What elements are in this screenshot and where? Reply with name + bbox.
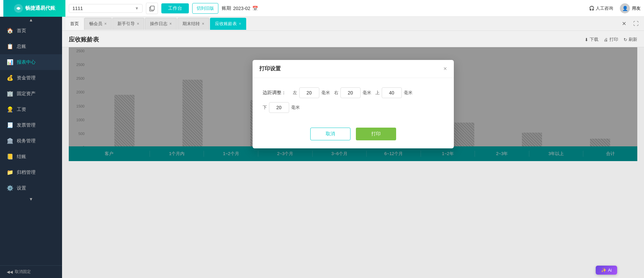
- margin-left-input[interactable]: [299, 87, 319, 98]
- workbench-button[interactable]: 工作台: [161, 3, 189, 13]
- avatar: 👤: [620, 3, 630, 13]
- user-area[interactable]: 👤 用友: [620, 3, 641, 13]
- sidebar-item-salary[interactable]: 👷 工资: [0, 101, 62, 117]
- sidebar-item-label: 首页: [17, 28, 26, 34]
- sidebar-item-closing[interactable]: 📒 结账: [0, 149, 62, 164]
- company-selector[interactable]: 1111 ▼: [69, 4, 143, 13]
- margin-left-group: 左 毫米: [293, 87, 330, 98]
- salary-icon: 👷: [7, 106, 13, 113]
- copy-icon: [149, 5, 155, 11]
- sidebar-scroll-down[interactable]: ▼: [0, 196, 62, 202]
- chart-icon: 📊: [7, 59, 13, 65]
- sidebar-item-reports[interactable]: 📊 报表中心: [0, 54, 62, 70]
- sidebar-item-label: 归档管理: [17, 169, 36, 176]
- tab-member-close[interactable]: ×: [104, 21, 107, 26]
- chart-area: 2500 2500 2500 2000 1500 1000 500 0: [69, 47, 637, 161]
- consult-button[interactable]: 🎧 人工咨询: [589, 5, 613, 11]
- margin-top-group: 上 毫米: [375, 87, 413, 98]
- logo-text: 畅捷通易代账: [25, 5, 55, 11]
- content-area: 首页 畅会员 × 新手引导 × 操作日志 × 期末结转 × 应收账龄表 ×: [62, 17, 644, 278]
- tab-aging-close[interactable]: ×: [239, 21, 241, 26]
- sidebar-item-assets[interactable]: 🏢 固定资产: [0, 86, 62, 101]
- tab-closing-label: 期末结转: [182, 21, 200, 27]
- margin-bottom-unit: 毫米: [291, 105, 300, 111]
- settings-icon: ⚙️: [7, 185, 13, 191]
- margin-top-label: 上: [375, 90, 380, 96]
- download-button[interactable]: ⬇ 下载: [585, 37, 598, 43]
- tab-expand-button[interactable]: ⛶: [631, 19, 641, 28]
- margin-label: 边距调整：: [263, 90, 286, 96]
- print-confirm-button[interactable]: 打印: [356, 128, 396, 140]
- margin-left-label: 左: [293, 90, 297, 96]
- tab-closing-close[interactable]: ×: [202, 21, 204, 26]
- collapse-label: 取消固定: [15, 269, 31, 275]
- page-actions: ⬇ 下载 🖨 打印 ↻ 刷新: [585, 37, 637, 43]
- tab-oplog[interactable]: 操作日志 ×: [145, 18, 177, 30]
- sidebar-item-ledger[interactable]: 📋 总账: [0, 39, 62, 54]
- download-label: 下载: [590, 37, 598, 43]
- modal-title: 打印设置: [259, 65, 281, 72]
- sidebar-item-label: 资金管理: [17, 75, 36, 81]
- tab-guide-label: 新手引导: [117, 21, 135, 27]
- period-label: 账期: [222, 5, 231, 11]
- period-value: 2023-02: [233, 6, 250, 11]
- margin-top-input[interactable]: [382, 87, 402, 98]
- home-icon: 🏠: [7, 27, 13, 34]
- sidebar-item-archive[interactable]: 📁 归档管理: [0, 164, 62, 180]
- print-label: 打印: [609, 37, 618, 43]
- refresh-button[interactable]: ↻ 刷新: [624, 37, 637, 43]
- modal-header: 打印设置 ×: [253, 60, 454, 78]
- refresh-label: 刷新: [629, 37, 637, 43]
- download-icon: ⬇: [585, 37, 588, 42]
- sidebar-item-label: 结账: [17, 154, 26, 160]
- logo-area: 畅捷通易代账: [3, 0, 65, 17]
- assets-icon: 🏢: [7, 90, 13, 97]
- sidebar-item-home[interactable]: 🏠 首页: [0, 23, 62, 39]
- sidebar-item-label: 税务管理: [17, 138, 36, 144]
- tab-aging[interactable]: 应收账龄表 ×: [210, 18, 246, 30]
- sidebar-scroll-up[interactable]: ▲: [0, 17, 62, 23]
- sidebar-item-invoice[interactable]: 🧾 发票管理: [0, 117, 62, 133]
- margin-row: 边距调整： 左 毫米 右 毫米: [263, 87, 444, 113]
- tab-closing[interactable]: 期末结转 ×: [177, 18, 209, 30]
- modal-close-button[interactable]: ×: [443, 65, 447, 72]
- margin-right-group: 右 毫米: [334, 87, 371, 98]
- calendar-icon[interactable]: 📅: [252, 6, 258, 11]
- margin-top-unit: 毫米: [404, 90, 413, 96]
- tab-guide[interactable]: 新手引导 ×: [112, 18, 144, 30]
- sidebar-item-funds[interactable]: 💰 资金管理: [0, 70, 62, 86]
- sidebar: ▲ 🏠 首页 📋 总账 📊 报表中心 💰 资金管理 🏢 固定资产 👷 工资 🧾 …: [0, 17, 62, 278]
- ai-label: Ai: [608, 268, 612, 273]
- tab-close-window-button[interactable]: ✕: [619, 19, 629, 28]
- closing-icon: 📒: [7, 153, 13, 160]
- margin-bottom-input[interactable]: [269, 102, 289, 113]
- tab-guide-close[interactable]: ×: [137, 21, 139, 26]
- margin-bottom-label: 下: [263, 105, 267, 111]
- tab-home[interactable]: 首页: [65, 18, 84, 30]
- margin-right-input[interactable]: [340, 87, 361, 98]
- copy-button[interactable]: [146, 3, 158, 14]
- sidebar-collapse-button[interactable]: ◀◀ 取消固定: [0, 265, 62, 278]
- sidebar-item-tax[interactable]: 🏛️ 税务管理: [0, 133, 62, 149]
- refresh-icon: ↻: [624, 37, 627, 42]
- pin-left-icon: ◀◀: [7, 270, 13, 274]
- sidebar-item-settings[interactable]: ⚙️ 设置: [0, 180, 62, 196]
- margin-bottom-group: 下 毫米: [263, 102, 300, 113]
- margin-left-unit: 毫米: [321, 90, 330, 96]
- ledger-icon: 📋: [7, 43, 13, 50]
- switch-old-button[interactable]: 切到旧版: [192, 3, 218, 14]
- sidebar-item-label: 总账: [17, 44, 26, 50]
- modal-overlay: 打印设置 × 边距调整： 左 毫米: [69, 47, 637, 161]
- tab-member[interactable]: 畅会员 ×: [84, 18, 112, 30]
- margin-right-unit: 毫米: [363, 90, 371, 96]
- print-icon: 🖨: [604, 37, 608, 42]
- print-button[interactable]: 🖨 打印: [604, 37, 618, 43]
- tab-window-buttons: ✕ ⛶: [619, 19, 641, 28]
- tab-oplog-close[interactable]: ×: [169, 21, 172, 26]
- company-name: 1111: [72, 6, 133, 11]
- print-settings-modal: 打印设置 × 边距调整： 左 毫米: [253, 60, 454, 148]
- invoice-icon: 🧾: [7, 122, 13, 128]
- cancel-button[interactable]: 取消: [310, 128, 351, 140]
- sidebar-item-label: 固定资产: [17, 91, 36, 97]
- ai-button[interactable]: ✨ Ai: [596, 266, 617, 275]
